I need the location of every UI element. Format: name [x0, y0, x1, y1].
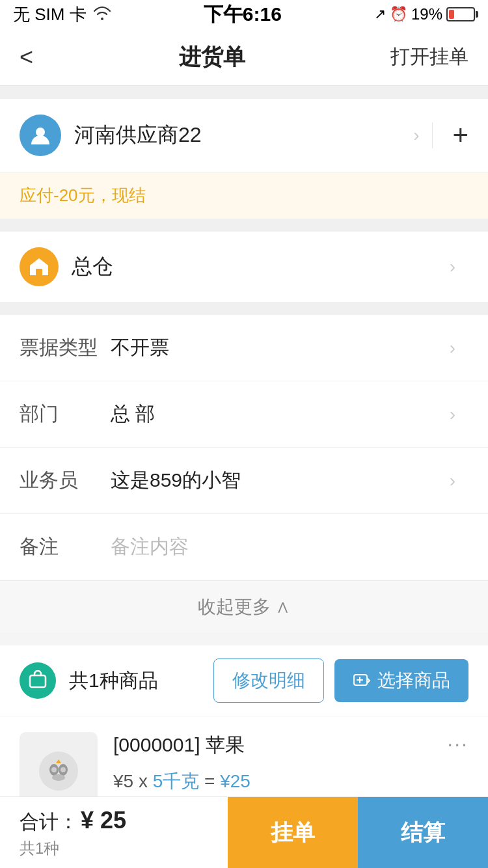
quantity: 5千克 — [153, 771, 200, 791]
product-title: 苹果 — [206, 734, 245, 755]
main-content: 河南供应商22 › + 应付-20元，现结 总仓 › 票据类型 不开票 — [0, 86, 488, 868]
salesman-chevron-icon: › — [450, 470, 455, 491]
salesman-label: 业务员 — [20, 467, 111, 494]
svg-rect-1 — [36, 269, 42, 275]
checkout-button[interactable]: 结算 — [358, 797, 488, 869]
svg-rect-2 — [30, 675, 46, 687]
department-value: 总 部 — [111, 401, 450, 427]
back-button[interactable]: < — [20, 44, 33, 71]
section-gap-2 — [0, 219, 488, 232]
invoice-value: 不开票 — [111, 334, 450, 361]
alarm-icon: ⏰ — [390, 6, 407, 23]
product-price-formula: ¥5 x 5千克 = ¥25 — [113, 769, 447, 794]
hang-button[interactable]: 挂单 — [228, 797, 358, 869]
supplier-card: 河南供应商22 › + 应付-20元，现结 — [0, 99, 488, 219]
warehouse-svg — [28, 256, 50, 278]
product-name: [0000001] 苹果 — [113, 732, 447, 759]
supplier-row[interactable]: 河南供应商22 › + — [0, 99, 488, 172]
svg-point-0 — [36, 128, 45, 137]
status-left: 无 SIM 卡 — [13, 3, 111, 26]
status-right: ↗ ⏰ 19% — [374, 5, 475, 23]
department-row[interactable]: 部门 总 部 › — [0, 381, 488, 448]
total-count: 共1种 — [20, 838, 208, 859]
supplier-avatar — [20, 115, 61, 156]
products-header: 共1种商品 修改明细 选择商品 — [0, 645, 488, 716]
salesman-row[interactable]: 业务员 这是859的小智 › — [0, 448, 488, 514]
battery-icon — [446, 7, 475, 21]
divider — [432, 122, 433, 148]
modify-detail-button[interactable]: 修改明细 — [213, 658, 324, 703]
warehouse-chevron-icon: › — [450, 256, 455, 277]
product-thumb-icon — [33, 745, 85, 797]
unit-price: ¥5 — [113, 771, 133, 791]
open-pending-button[interactable]: 打开挂单 — [390, 44, 468, 70]
products-count: 共1种商品 — [69, 668, 213, 694]
total-section: 合计： ¥ 25 共1种 — [0, 807, 228, 859]
warehouse-name: 总仓 — [72, 252, 450, 281]
bottom-bar: 合计： ¥ 25 共1种 挂单 结算 — [0, 796, 488, 868]
chevron-right-icon: › — [413, 125, 419, 146]
equals-sign: = — [204, 771, 220, 791]
cart-icon — [27, 670, 48, 691]
page-title: 进货单 — [179, 42, 245, 72]
warehouse-icon — [20, 247, 59, 286]
supplier-notice: 应付-20元，现结 — [0, 172, 488, 219]
invoice-row[interactable]: 票据类型 不开票 › — [0, 315, 488, 381]
select-product-label: 选择商品 — [377, 668, 450, 693]
department-chevron-icon: › — [450, 404, 455, 425]
total-label: 合计： — [20, 809, 78, 835]
total-amount: ¥ 25 — [81, 807, 126, 834]
invoice-label: 票据类型 — [20, 334, 111, 361]
salesman-value: 这是859的小智 — [111, 467, 450, 494]
location-icon: ↗ — [374, 6, 386, 23]
status-time: 下午6:16 — [204, 1, 282, 28]
remark-label: 备注 — [20, 534, 111, 560]
form-section: 票据类型 不开票 › 部门 总 部 › 业务员 这是859的小智 › 备注 备注… — [0, 315, 488, 632]
remark-row[interactable]: 备注 备注内容 — [0, 514, 488, 580]
svg-point-4 — [39, 752, 78, 791]
product-code: [0000001] — [113, 734, 200, 755]
add-supplier-icon[interactable]: + — [452, 122, 468, 149]
svg-point-8 — [61, 767, 66, 772]
product-more-button[interactable]: ··· — [447, 732, 468, 756]
warehouse-row[interactable]: 总仓 › — [0, 232, 488, 302]
nav-bar: < 进货单 打开挂单 — [0, 29, 488, 86]
supplier-name: 河南供应商22 — [74, 121, 413, 150]
battery-percent: 19% — [411, 5, 442, 23]
carrier-text: 无 SIM 卡 — [13, 3, 87, 26]
collapse-toggle[interactable]: 收起更多 ∧ — [0, 580, 488, 632]
total-price: ¥25 — [220, 771, 251, 791]
products-icon — [20, 662, 56, 699]
status-bar: 无 SIM 卡 下午6:16 ↗ ⏰ 19% — [0, 0, 488, 29]
select-product-button[interactable]: 选择商品 — [334, 659, 468, 702]
select-product-icon — [353, 671, 371, 690]
department-label: 部门 — [20, 401, 111, 427]
avatar-icon — [29, 124, 52, 147]
remark-input[interactable]: 备注内容 — [111, 534, 468, 560]
svg-point-9 — [52, 774, 65, 781]
product-info: [0000001] 苹果 ¥5 x 5千克 = ¥25 — [113, 732, 447, 794]
section-gap-3 — [0, 302, 488, 315]
invoice-chevron-icon: › — [450, 338, 455, 359]
section-gap-1 — [0, 86, 488, 99]
svg-point-7 — [51, 767, 57, 772]
multiply-sign: x — [139, 771, 153, 791]
warehouse-card: 总仓 › — [0, 232, 488, 302]
wifi-icon — [93, 5, 111, 25]
